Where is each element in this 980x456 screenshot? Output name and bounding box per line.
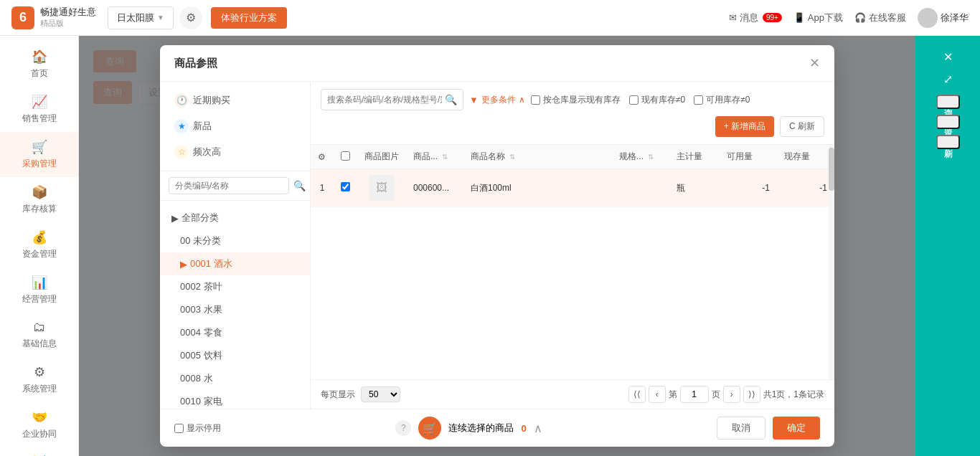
store-selector[interactable]: 日太阳膜 ▼ xyxy=(108,6,174,29)
settings-btn[interactable]: 设置 xyxy=(936,115,960,129)
col-check xyxy=(334,145,357,169)
col-avail: 可用量 xyxy=(720,145,777,169)
confirm-button[interactable]: 确定 xyxy=(773,417,820,440)
sidebar-item-ops[interactable]: 📊 经营管理 xyxy=(0,267,78,313)
show-disabled-area: 显示停用 xyxy=(174,422,221,434)
checkbox-avail-nonzero[interactable]: 可用库存≠0 xyxy=(694,94,750,106)
sidebar-item-system[interactable]: ⚙ 系统管理 xyxy=(0,357,78,402)
select-all-checkbox[interactable] xyxy=(341,151,350,161)
checkbox-warehouse-label: 按仓库显示现有库存 xyxy=(543,94,621,106)
quick-new-label: 新品 xyxy=(193,120,212,133)
checkbox-avail-nonzero-input[interactable] xyxy=(694,95,703,105)
top-nav: 6 畅捷通好生意 精品版 日太阳膜 ▼ ⚙ 体验行业方案 ✉ 消息 99+ 📱 … xyxy=(0,0,980,36)
app-download-btn[interactable]: 📱 App下载 xyxy=(793,11,843,24)
query-btn[interactable]: 查询 xyxy=(936,95,960,109)
nav-right: ✉ 消息 99+ 📱 App下载 🎧 在线客服 徐泽华 xyxy=(729,8,969,28)
page-input[interactable] xyxy=(680,386,709,403)
main-layout: 🏠 首页 📈 销售管理 🛒 采购管理 📦 库存核算 💰 资金管理 📊 经营管理 … xyxy=(0,36,980,456)
category-0010[interactable]: 0010 家电 xyxy=(160,390,310,409)
product-thumbnail: 🖼 xyxy=(369,175,395,201)
store-name: 日太阳膜 xyxy=(117,11,154,24)
checkbox-warehouse-input[interactable] xyxy=(531,95,540,105)
recent-icon: 🕐 xyxy=(174,93,189,108)
online-service-btn[interactable]: 🎧 在线客服 xyxy=(854,11,906,24)
row-checkbox[interactable] xyxy=(341,182,350,191)
page-label: 第 xyxy=(669,389,677,401)
spec-sort-icon[interactable]: ⇅ xyxy=(648,153,654,161)
category-0004[interactable]: 0004 零食 xyxy=(160,321,310,344)
sidebar-item-guide[interactable]: 🔰 新手引导 xyxy=(0,447,78,456)
modal-close-button[interactable]: ✕ xyxy=(809,55,820,71)
sidebar-item-collab[interactable]: 🤝 企业协同 xyxy=(0,402,78,447)
name-sort-icon[interactable]: ⇅ xyxy=(509,153,515,161)
category-search-icon[interactable]: 🔍 xyxy=(293,180,306,191)
show-disabled-checkbox[interactable] xyxy=(174,424,184,433)
checkbox-stock-nonzero-label: 现有库存≠0 xyxy=(641,94,685,106)
product-search-input[interactable] xyxy=(327,95,442,105)
code-sort-icon[interactable]: ⇅ xyxy=(442,153,448,161)
sidebar-label-inventory: 库存核算 xyxy=(22,203,57,215)
category-0008[interactable]: 0008 水 xyxy=(160,367,310,390)
quick-recent[interactable]: 🕐 近期购买 xyxy=(169,89,301,112)
add-product-btn[interactable]: + 新增商品 xyxy=(715,116,774,137)
system-icon: ⚙ xyxy=(34,364,45,380)
message-btn[interactable]: ✉ 消息 99+ xyxy=(729,11,782,24)
try-btn[interactable]: 体验行业方案 xyxy=(211,7,287,29)
col-name[interactable]: 商品名称 ⇅ xyxy=(463,145,612,169)
category-all[interactable]: ▶ 全部分类 xyxy=(160,206,310,229)
category-0005[interactable]: 0005 饮料 xyxy=(160,344,310,367)
sidebar-item-basic[interactable]: 🗂 基础信息 xyxy=(0,313,78,357)
first-page-btn[interactable]: ⟨⟨ xyxy=(628,386,646,403)
table-scrollbar[interactable] xyxy=(829,145,834,379)
sidebar-item-finance[interactable]: 💰 资金管理 xyxy=(0,222,78,267)
table-row[interactable]: 1 🖼 000600... 白酒100ml xyxy=(311,169,834,207)
checkbox-stock-nonzero[interactable]: 现有库存≠0 xyxy=(629,94,685,106)
phone-icon: 📱 xyxy=(793,12,805,23)
checkbox-warehouse[interactable]: 按仓库显示现有库存 xyxy=(531,94,621,106)
message-label: 消息 xyxy=(740,11,758,24)
product-search-icon[interactable]: 🔍 xyxy=(445,94,457,105)
col-settings[interactable]: ⚙ xyxy=(311,145,334,169)
sidebar-label-basic: 基础信息 xyxy=(22,338,57,350)
category-0003[interactable]: 0003 水果 xyxy=(160,298,310,321)
sidebar-item-purchase[interactable]: 🛒 采购管理 xyxy=(0,132,78,177)
per-page-select[interactable]: 50 100 200 xyxy=(361,386,400,402)
user-area[interactable]: 徐泽华 xyxy=(918,8,969,28)
avatar xyxy=(918,8,938,28)
scrollbar-thumb[interactable] xyxy=(829,148,834,191)
refresh-btn[interactable]: C 刷新 xyxy=(780,116,824,137)
category-0002[interactable]: 0002 茶叶 xyxy=(160,275,310,298)
right-refresh-btn[interactable]: 刷新 xyxy=(936,135,960,149)
modal-overlay: 商品参照 ✕ 🕐 近期购买 ★ xyxy=(79,36,915,456)
right-panel-close[interactable]: ✕ xyxy=(943,50,953,64)
row-checkbox-cell[interactable] xyxy=(334,169,357,207)
quick-freq[interactable]: ☆ 频次高 xyxy=(169,141,301,163)
prev-page-btn[interactable]: ‹ xyxy=(649,386,666,403)
sidebar-item-inventory[interactable]: 📦 库存核算 xyxy=(0,177,78,222)
filter-label: 更多条件 xyxy=(481,94,516,106)
cancel-button[interactable]: 取消 xyxy=(717,417,765,440)
category-00[interactable]: 00 未分类 xyxy=(160,229,310,252)
sidebar-item-sales[interactable]: 📈 销售管理 xyxy=(0,87,78,132)
modal-left-panel: 🕐 近期购买 ★ 新品 ☆ 频次高 xyxy=(160,82,311,409)
checkbox-stock-nonzero-input[interactable] xyxy=(629,95,639,105)
help-icon[interactable]: ? xyxy=(395,420,411,436)
category-0005-label: 0005 饮料 xyxy=(180,349,222,362)
category-search-input[interactable] xyxy=(169,177,289,194)
modal-title: 商品参照 xyxy=(174,57,217,70)
sidebar-label-sales: 销售管理 xyxy=(22,113,57,125)
col-code[interactable]: 商品... ⇅ xyxy=(406,145,463,169)
settings-icon[interactable]: ⚙ xyxy=(179,6,202,29)
sidebar-item-home[interactable]: 🏠 首页 xyxy=(0,42,78,87)
quick-new[interactable]: ★ 新品 xyxy=(169,115,301,138)
col-spec[interactable]: 规格... ⇅ xyxy=(612,145,669,169)
collapse-footer-btn[interactable]: ∧ xyxy=(534,422,542,435)
purchase-icon: 🛒 xyxy=(32,139,47,155)
last-page-btn[interactable]: ⟩⟩ xyxy=(743,386,760,403)
col-unit[interactable]: 主计量 xyxy=(669,145,720,169)
category-0001-label: 0001 酒水 xyxy=(190,257,232,270)
category-0001[interactable]: ▶ 0001 酒水 xyxy=(160,252,310,275)
right-panel-expand[interactable]: ⤢ xyxy=(943,72,953,86)
next-page-btn[interactable]: › xyxy=(723,386,740,403)
more-filter-btn[interactable]: ▼ 更多条件 ∧ xyxy=(469,94,525,106)
